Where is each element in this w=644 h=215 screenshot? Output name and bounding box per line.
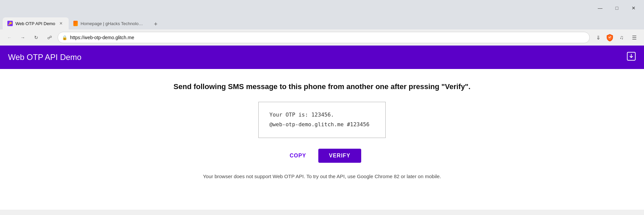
sms-line1: Your OTP is: 123456. [269, 110, 375, 120]
new-tab-icon: + [154, 21, 157, 28]
back-icon: ← [7, 35, 12, 40]
minimize-icon: — [598, 5, 602, 11]
verify-button[interactable]: VERIFY [318, 149, 361, 163]
copy-button[interactable]: COPY [283, 149, 313, 162]
window-controls: — □ ✕ [592, 3, 641, 13]
brave-shield-button[interactable] [605, 33, 615, 42]
reload-icon: ↻ [34, 35, 38, 40]
address-bar: ← → ↻ ☍ 🔒 https://web-otp-demo.glitch.me… [0, 29, 644, 46]
tab-favicon-otp: 🔑 [7, 21, 13, 26]
app-title: Web OTP API Demo [8, 53, 81, 62]
new-tab-button[interactable]: + [150, 19, 161, 29]
address-text: https://web-otp-demo.glitch.me [70, 35, 585, 40]
action-buttons: COPY VERIFY [283, 149, 361, 163]
close-icon: ✕ [632, 5, 636, 11]
maximize-button[interactable]: □ [609, 3, 625, 13]
page-content: Web OTP API Demo Send following SMS mess… [0, 46, 644, 210]
maximize-icon: □ [616, 5, 618, 11]
close-button[interactable]: ✕ [626, 3, 641, 13]
back-button[interactable]: ← [4, 32, 15, 43]
browser-notice: Your browser does not support Web OTP AP… [203, 173, 441, 179]
address-bar-right: ⇓ ♫ ☰ [592, 32, 640, 43]
menu-button[interactable]: ☰ [629, 32, 640, 43]
demo-body: Send following SMS message to this phone… [0, 69, 644, 193]
tab-inactive[interactable]: Homepage | gHacks Technology News [69, 17, 149, 29]
brave-shield-icon [606, 33, 614, 42]
title-bar: — □ ✕ [0, 0, 644, 16]
tab-inactive-label: Homepage | gHacks Technology News [80, 21, 144, 26]
address-input-wrap[interactable]: 🔒 https://web-otp-demo.glitch.me [58, 32, 590, 43]
menu-icon: ☰ [632, 34, 637, 41]
forward-button[interactable]: → [17, 32, 28, 43]
sms-message-box: Your OTP is: 123456. @web-otp-demo.glitc… [258, 102, 386, 138]
app-header-icon [627, 52, 636, 63]
bookmark-icon: ☍ [47, 35, 52, 40]
bookmark-button[interactable]: ☍ [44, 32, 55, 43]
demo-instruction: Send following SMS message to this phone… [174, 82, 470, 91]
tabs-bar: 🔑 Web OTP API Demo ✕ Homepage | gHacks T… [0, 16, 644, 29]
forward-icon: → [20, 35, 25, 40]
sms-line2: @web-otp-demo.glitch.me #123456 [269, 120, 375, 130]
browser-window: — □ ✕ 🔑 Web OTP API Demo ✕ Homepage | gH… [0, 0, 644, 210]
tab-active[interactable]: 🔑 Web OTP API Demo ✕ [3, 17, 69, 29]
tab-active-label: Web OTP API Demo [15, 21, 55, 26]
lock-icon: 🔒 [62, 35, 67, 40]
reload-button[interactable]: ↻ [31, 32, 42, 43]
minimize-button[interactable]: — [592, 3, 608, 13]
download-button[interactable]: ⇓ [592, 32, 604, 43]
download-icon: ⇓ [596, 34, 600, 41]
media-icon: ♫ [620, 34, 624, 41]
app-header: Web OTP API Demo [0, 46, 644, 69]
media-button[interactable]: ♫ [616, 32, 627, 43]
tab-close-button[interactable]: ✕ [58, 20, 64, 26]
tab-favicon-ghacks [73, 21, 78, 26]
